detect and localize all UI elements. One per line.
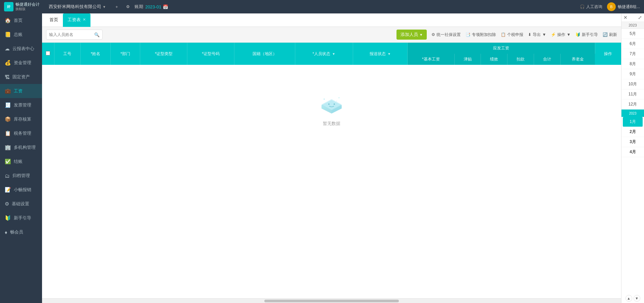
panel-close-btn[interactable]: ✕ [623,15,628,20]
tab-salary-label: 工资表 [68,17,81,23]
sidebar-label-fixed-assets: 固定资产 [12,74,30,80]
export-btn[interactable]: ⬇ 导出 ▼ [528,32,546,38]
month-2022-12[interactable]: 12月 [621,99,644,110]
add-company-btn[interactable]: ＋ [113,3,121,10]
settings-icon: ⚙ [5,201,9,207]
panel-expand-btn[interactable]: ⤢ [638,15,642,20]
sidebar-item-member[interactable]: ♦ 畅会员 [0,225,42,239]
sidebar-label-tax: 税务管理 [14,130,31,136]
sidebar-item-guide[interactable]: 🔰 新手引导 [0,211,42,225]
th-checkbox[interactable] [42,43,54,65]
toolbar: 🔍 添加人员 ▼ ⚙ 统一社保设置 📑 专项附加扣除 📋 个税申报 [42,27,621,43]
sidebar-label-settle: 结账 [14,159,23,165]
main-layout: 🏠 首页 📒 总账 ☁ 云报表中心 💰 资金管理 🏗 固定资产 💼 工资 🧾 发… [0,13,644,303]
month-2022-10[interactable]: 10月 [621,79,644,89]
settings-btn[interactable]: ⚙ [124,4,132,10]
refresh-btn[interactable]: 🔄 刷新 [603,32,617,38]
sidebar-label-archive: 归档管理 [12,173,30,179]
user-area[interactable]: B 畅捷通B组... [607,2,640,11]
month-2022-05[interactable]: 5月 [621,29,644,39]
th-report-status[interactable]: 报送状态 ▼ [353,43,407,65]
export-icon: ⬇ [528,32,531,37]
tab-close-icon[interactable]: ✕ [83,17,86,22]
period-value[interactable]: 2023-01 [145,4,161,9]
sidebar-label-member: 畅会员 [10,229,23,235]
th-performance: 绩效 [481,54,507,65]
sidebar-item-fixed-assets[interactable]: 🏗 固定资产 [0,70,42,84]
sidebar-item-expense[interactable]: 📝 小畅报销 [0,183,42,197]
search-input-wrap[interactable]: 🔍 [46,30,103,40]
th-cert-no: *证型号码 [187,43,234,65]
sidebar-item-settle[interactable]: ✅ 结账 [0,155,42,169]
search-input[interactable] [49,32,93,37]
period-label: 账期 [135,4,143,10]
social-security-btn[interactable]: ⚙ 统一社保设置 [431,32,461,38]
sidebar: 🏠 首页 📒 总账 ☁ 云报表中心 💰 资金管理 🏗 固定资产 💼 工资 🧾 发… [0,13,42,303]
logo-text: 畅捷通好会计 [15,2,40,7]
special-deduct-btn[interactable]: 📑 专项附加扣除 [465,32,496,38]
sidebar-item-cloud-report[interactable]: ☁ 云报表中心 [0,42,42,56]
invoice-icon: 🧾 [5,102,11,108]
tab-salary-table[interactable]: 工资表 ✕ [63,13,90,27]
service-button[interactable]: 🎧 人工咨询 [580,4,602,10]
archive-icon: 🗂 [5,173,10,179]
month-2023-02[interactable]: 2月 [621,127,644,137]
income-tax-btn[interactable]: 📋 个税申报 [501,32,523,38]
month-2022-11[interactable]: 11月 [621,89,644,99]
toolbar-right: 添加人员 ▼ ⚙ 统一社保设置 📑 专项附加扣除 📋 个税申报 ⬇ 导 [396,30,617,40]
sidebar-item-inventory[interactable]: 📦 库存核算 [0,112,42,126]
month-2022-07[interactable]: 7月 [621,49,644,59]
month-2023-03[interactable]: 3月 [621,137,644,147]
th-dept: *部门 [110,43,140,65]
svg-point-9 [336,101,337,101]
horizontal-scrollbar[interactable] [42,298,621,303]
sidebar-item-multi-org[interactable]: 🏢 多机构管理 [0,140,42,155]
cloud-icon: ☁ [5,46,10,52]
sidebar-item-salary[interactable]: 💼 工资 [0,84,42,98]
sidebar-item-archive[interactable]: 🗂 归档管理 [0,169,42,183]
empty-text: 暂无数据 [323,121,340,127]
company-selector[interactable]: 西安虾米网络科技有限公司 ▼ [46,4,109,10]
current-year-display: 2023 [621,22,644,29]
operations-arrow-icon: ▼ [567,32,571,37]
sidebar-item-tax[interactable]: 📋 税务管理 [0,126,42,140]
select-all-checkbox[interactable] [46,51,50,55]
add-person-button[interactable]: 添加人员 ▼ [396,30,427,40]
operations-btn[interactable]: ⚡ 操作 ▼ [551,32,571,38]
fixed-assets-icon: 🏗 [5,74,10,80]
year-2023-header[interactable]: 2023 [621,110,644,117]
sidebar-item-home[interactable]: 🏠 首页 [0,13,42,28]
sidebar-label-cloud-report: 云报表中心 [12,46,34,52]
scroll-thumb[interactable] [264,300,399,302]
th-salary-group: 应发工资 [408,43,595,54]
th-nation: 国籍（地区） [234,43,295,65]
month-2022-08[interactable]: 8月 [621,59,644,69]
sidebar-item-settings[interactable]: ⚙ 基础设置 [0,197,42,211]
user-avatar: B [607,2,616,11]
nav-up-btn[interactable]: ▲ [626,295,632,302]
th-pension: 养老金 [560,54,595,65]
social-security-icon: ⚙ [431,32,435,37]
th-status[interactable]: *人员状态 ▼ [295,43,353,65]
newbie-guide-btn[interactable]: 🔰 新手引导 [575,32,598,38]
svg-point-5 [328,103,330,105]
sidebar-label-settings: 基础设置 [12,201,29,207]
month-2022-06[interactable]: 6月 [621,39,644,49]
sidebar-item-invoice[interactable]: 🧾 发票管理 [0,98,42,112]
guide-icon: 🔰 [5,215,11,221]
salary-table-wrap: 工号 *姓名 *部门 *证型类型 *证型号码 国籍（地区） *人员状态 ▼ 报送… [42,43,621,298]
social-security-label: 统一社保设置 [437,32,461,38]
tab-home[interactable]: 首页 [45,13,63,27]
calendar-icon[interactable]: 📅 [163,4,168,9]
income-tax-label: 个税申报 [507,32,523,38]
month-2023-01[interactable]: 1月 [623,117,643,127]
sidebar-item-fund[interactable]: 💰 资金管理 [0,56,42,70]
th-name: *姓名 [81,43,111,65]
right-panel-header: ✕ ⤢ [621,13,644,22]
nav-down-btn[interactable]: ▼ [634,295,640,302]
month-2023-04[interactable]: 4月 [621,147,644,157]
sidebar-item-ledger[interactable]: 📒 总账 [0,28,42,42]
month-2022-09[interactable]: 9月 [621,69,644,79]
tab-home-label: 首页 [49,17,58,23]
sidebar-label-home: 首页 [14,17,23,24]
